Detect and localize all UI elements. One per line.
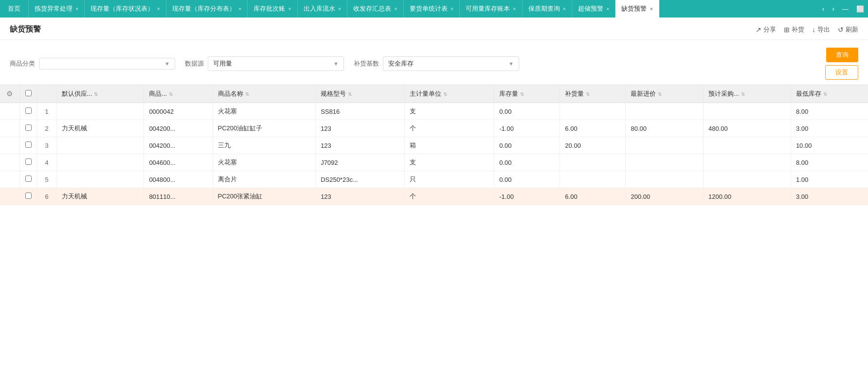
tab-item-overstock[interactable]: 超储预警× [572,0,615,18]
th-est-purchase: 预计采购...⇅ [704,85,791,103]
sort-icon-replenish[interactable]: ⇅ [586,91,590,97]
row-min-stock-3: 8.00 [791,154,868,171]
row-unit-4: 只 [405,171,494,188]
row-name-3: 火花塞 [213,154,316,171]
category-filter-group: 商品分类 ▼ [10,58,175,70]
th-min-stock-label: 最低库存 [796,89,821,98]
row-stock-2: 0.00 [494,137,560,154]
tab-close-available-ledger[interactable]: × [513,6,516,12]
category-select[interactable]: ▼ [39,58,175,70]
row-min-stock-5: 3.00 [791,188,868,205]
row-supplier-4 [56,171,144,188]
tab-close-inventory-dist[interactable]: × [238,6,241,12]
row-checkbox-5[interactable] [25,193,32,199]
header-action-replenish[interactable]: ⊞补货 [784,25,804,34]
row-est-purchase-2 [704,137,791,154]
row-price-0 [626,103,704,120]
row-name-5: PC200张紧油缸 [213,188,316,205]
tab-item-recv-summary[interactable]: 收发存汇总表× [347,0,403,18]
row-unit-0: 支 [405,103,494,120]
export-label: 导出 [817,25,830,34]
row-checkbox-3[interactable] [25,158,32,165]
tab-close-exception[interactable]: × [75,6,78,12]
datasource-select[interactable]: 可用量 ▼ [208,56,344,71]
sort-icon-code[interactable]: ⇅ [169,91,173,97]
sort-icon-unit[interactable]: ⇅ [443,91,447,97]
tab-maximize-button[interactable]: ⬜ [852,0,868,18]
header-action-export[interactable]: ↓导出 [812,25,830,34]
select-all-checkbox[interactable] [25,90,32,96]
tab-item-available-ledger[interactable]: 可用量库存账本× [460,0,522,18]
tab-nav-buttons: ‹ › — ⬜ [818,0,868,18]
th-replenish-qty: 补货量⇅ [560,85,626,103]
tab-close-expiry-query[interactable]: × [563,6,566,12]
row-replenish-3 [560,154,626,171]
tab-item-home[interactable]: 首页 [0,0,29,18]
sort-icon-stock[interactable]: ⇅ [520,91,524,97]
row-replenish-1: 6.00 [560,120,626,137]
row-min-stock-2: 10.00 [791,137,868,154]
row-stock-5: -1.00 [494,188,560,205]
sort-icon-est-purchase[interactable]: ⇅ [741,91,745,97]
th-settings: ⚙ [0,85,19,103]
table-container: ⚙ 默认供应...⇅ 商品...⇅ 商品名称⇅ [0,85,868,215]
row-checkbox-2[interactable] [25,141,32,148]
row-spec-0: SS816 [316,103,405,120]
tab-close-inventory-status[interactable]: × [157,6,160,12]
sort-icon-price[interactable]: ⇅ [658,91,662,97]
table-row: 3 004200... 三九 123 箱 0.00 20.00 10.00 [0,137,868,154]
tab-minimize-button[interactable]: — [838,0,852,18]
datasource-select-value: 可用量 [213,59,232,68]
row-price-3 [626,154,704,171]
tab-item-exception[interactable]: 拣货异常处理× [29,0,85,18]
header-action-share[interactable]: ↗分享 [756,25,776,34]
tab-item-expiry-query[interactable]: 保质期查询× [523,0,572,18]
tab-item-inventory-dist[interactable]: 现存量（库存分布表）× [166,0,248,18]
settings-gear-icon[interactable]: ⚙ [6,89,13,98]
tab-close-batch-account[interactable]: × [288,6,291,12]
row-checkbox-1[interactable] [25,124,32,131]
sort-icon-spec[interactable]: ⇅ [348,91,352,97]
sort-icon-min-stock[interactable]: ⇅ [823,91,827,97]
tab-item-inout-flow[interactable]: 出入库流水× [298,0,347,18]
tab-close-recv-summary[interactable]: × [394,6,397,12]
replenish-base-select[interactable]: 安全库存 ▼ [383,56,519,71]
row-checkbox-4[interactable] [25,176,32,182]
row-unit-5: 个 [405,188,494,205]
th-unit: 主计量单位⇅ [405,85,494,103]
row-checkbox-0[interactable] [25,107,32,114]
tab-item-batch-account[interactable]: 库存批次账× [248,0,297,18]
query-button[interactable]: 查询 [826,48,858,62]
category-label: 商品分类 [10,59,35,68]
th-latest-price: 最新进价⇅ [626,85,704,103]
tab-item-shortage[interactable]: 缺货预警× [615,0,659,18]
sort-icon-name[interactable]: ⇅ [245,91,249,97]
tab-close-order-stats[interactable]: × [451,6,453,12]
th-product-name-label: 商品名称 [218,89,243,98]
sort-icon-supplier[interactable]: ⇅ [94,91,98,97]
tab-prev-button[interactable]: ‹ [818,0,829,18]
tab-next-button[interactable]: › [828,0,838,18]
replenish-base-select-value: 安全库存 [388,59,414,68]
header-action-refresh[interactable]: ↺刷新 [838,25,858,34]
row-seq-1: 2 [37,120,56,137]
row-seq-2: 3 [37,137,56,154]
export-icon: ↓ [812,26,815,34]
tab-close-inout-flow[interactable]: × [338,6,341,12]
tab-label-inventory-dist: 现存量（库存分布表） [172,4,235,13]
settings-button[interactable]: 设置 [825,65,858,80]
row-seq-3: 4 [37,154,56,171]
row-replenish-4 [560,171,626,188]
tab-label-available-ledger: 可用量库存账本 [466,4,510,13]
tab-item-order-stats[interactable]: 要货单统计表× [404,0,460,18]
page-header: 缺货预警 ↗分享⊞补货↓导出↺刷新 [0,18,868,40]
th-stock-label: 库存量 [499,89,518,98]
row-supplier-1: 力天机械 [56,120,144,137]
tab-item-inventory-status[interactable]: 现存量（库存状况表）× [85,0,166,18]
tab-close-overstock[interactable]: × [606,6,609,12]
tab-close-shortage[interactable]: × [650,6,652,12]
row-replenish-0 [560,103,626,120]
row-name-4: 离合片 [213,171,316,188]
th-replenish-qty-label: 补货量 [565,89,584,98]
table-row: 6 力天机械 801110... PC200张紧油缸 123 个 -1.00 6… [0,188,868,205]
